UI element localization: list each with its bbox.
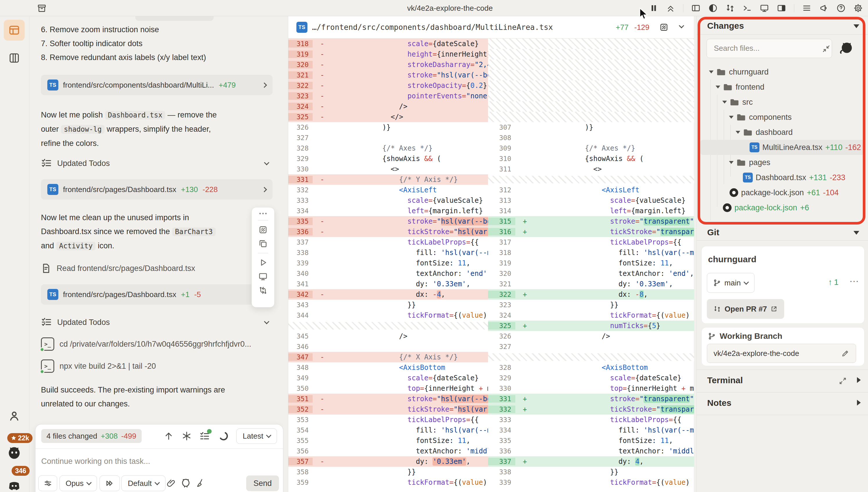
todo-list-button[interactable] (198, 429, 211, 442)
terminal-button[interactable] (743, 3, 752, 13)
caret-down-icon[interactable] (735, 131, 740, 134)
tree-item-folder[interactable]: frontend (701, 79, 865, 95)
archive-button[interactable] (37, 4, 46, 13)
search-input[interactable] (713, 39, 815, 57)
minimize-icon[interactable] (822, 44, 830, 53)
github-cat-button[interactable] (839, 40, 855, 56)
more-options-button[interactable] (258, 212, 268, 216)
tree-item-file[interactable]: TSMultiLineArea.tsx+110-162 (701, 140, 865, 155)
file-chip[interactable]: TS frontend/src/pages/Dashboard.tsx +1 -… (41, 284, 273, 304)
model-dropdown[interactable]: Opus (60, 475, 97, 491)
caret-down-icon[interactable] (709, 71, 713, 73)
git-swap-button[interactable] (725, 3, 735, 13)
message-input[interactable]: Continue working on this task... (41, 457, 276, 466)
line-number: 324 (488, 312, 515, 319)
more-button[interactable]: … (849, 273, 860, 284)
diff-code-row: 307)} (488, 122, 694, 132)
diff-code-row: 329{showAxis && ( (288, 153, 488, 164)
branch-name-input[interactable]: vk/4e2a-explore-the-code (707, 344, 856, 363)
layout-right-button[interactable] (777, 3, 786, 13)
change-marker: - (313, 228, 332, 236)
chevron-right-icon[interactable] (857, 400, 861, 405)
inline-code: Activity (56, 242, 96, 250)
updated-todos-row[interactable]: Updated Todos (41, 157, 273, 170)
expand-icon[interactable] (838, 376, 847, 385)
menu-button[interactable] (802, 3, 812, 13)
fast-forward-button[interactable] (99, 475, 120, 491)
diff-view-button[interactable] (258, 225, 268, 235)
file-chip[interactable]: TS frontend/src/components/dashboard/Mul… (41, 75, 273, 95)
latest-dropdown[interactable]: Latest (236, 428, 277, 444)
announce-button[interactable] (819, 3, 828, 13)
profile-button[interactable] (4, 405, 25, 426)
tree-item-folder[interactable]: components (701, 110, 865, 125)
cleanup-button[interactable] (194, 476, 207, 489)
caret-down-icon[interactable] (722, 101, 727, 103)
file-chip[interactable]: TS frontend/src/pages/Dashboard.tsx +130… (41, 179, 273, 200)
diff-code-row: 312<AxisLeft (488, 185, 694, 195)
workspace-tab-active[interactable] (4, 20, 25, 41)
notes-section-toggle[interactable]: Notes (707, 398, 731, 408)
board-tab[interactable] (4, 48, 25, 69)
collapse-triangle-icon[interactable] (853, 24, 859, 28)
mode-dropdown[interactable]: Default (121, 475, 165, 491)
open-pr-button[interactable]: Open PR #7 (707, 299, 784, 319)
tree-item-folder[interactable]: pages (701, 155, 865, 170)
collapse-diff-button[interactable] (679, 23, 684, 28)
tree-item-file[interactable]: package-lock.json+61-104 (701, 185, 865, 200)
tree-item-file[interactable]: TSDashboard.tsx+131-233 (701, 170, 865, 185)
git-compare-button[interactable] (258, 286, 268, 295)
branch-dropdown[interactable]: main (707, 273, 754, 293)
files-changed-chip[interactable]: 4 files changed +308 -499 (41, 429, 142, 443)
diff-hatch-row (488, 39, 694, 49)
discord-button[interactable] (4, 476, 25, 492)
attach-button[interactable] (165, 476, 178, 489)
window-title: vk/4e2a-explore-the-code (407, 4, 493, 13)
preview-button[interactable] (258, 272, 268, 281)
terminal-prompt-icon: >_ (41, 337, 54, 351)
send-button[interactable]: Send (246, 475, 279, 491)
display-button[interactable] (760, 3, 769, 13)
scroll-to-top-button[interactable] (162, 429, 175, 442)
chevron-right-icon[interactable] (857, 377, 861, 383)
github-button[interactable] (4, 443, 25, 464)
settings-button[interactable] (853, 3, 863, 13)
updated-todos-row[interactable]: Updated Todos (41, 316, 273, 329)
change-marker: - (313, 113, 332, 121)
edit-branch-button[interactable] (841, 349, 849, 358)
collapse-up-button[interactable] (666, 3, 675, 13)
pause-button[interactable] (650, 4, 658, 13)
layout-left-button[interactable] (691, 3, 701, 13)
copy-button[interactable] (258, 239, 268, 248)
caret-down-icon[interactable] (729, 161, 733, 164)
terminal-section-toggle[interactable]: Terminal (707, 375, 743, 385)
status-dot (40, 369, 44, 374)
tree-item-file[interactable]: package-lock.json+6 (701, 200, 865, 215)
collapse-triangle-icon[interactable] (853, 231, 859, 235)
filters-button[interactable] (38, 475, 57, 491)
line-number: 338 (288, 249, 313, 256)
terminal-command-row[interactable]: >_ cd /private/var/folders/10/h7w0q46556… (41, 337, 273, 351)
caret-down-icon[interactable] (729, 116, 733, 119)
clipped-message-row (41, 16, 273, 22)
run-button[interactable] (258, 258, 268, 267)
caret-down-icon[interactable] (715, 85, 720, 89)
git-section-header[interactable]: Git (707, 227, 719, 237)
tree-item-folder[interactable]: src (701, 95, 865, 110)
terminal-command-row[interactable]: >_ npx vite build 2>&1 | tail -20 (41, 360, 273, 373)
board-columns-icon (9, 52, 20, 64)
branch-icon (713, 279, 721, 287)
removed-count: -233 (830, 173, 845, 182)
diff-code-row: 358}} (288, 467, 488, 477)
help-button[interactable] (836, 3, 846, 13)
code-line: }} (535, 301, 694, 309)
read-file-row[interactable]: Read frontend/src/pages/Dashboard.tsx (41, 262, 273, 275)
changes-section-header[interactable]: Changes (707, 21, 744, 31)
tree-item-folder[interactable]: dashboard (701, 125, 865, 140)
contrast-button[interactable] (708, 3, 718, 13)
spark-button[interactable] (180, 429, 193, 442)
line-number: 343 (288, 301, 313, 309)
change-view-button[interactable] (659, 23, 668, 32)
tree-item-folder[interactable]: churnguard (701, 65, 865, 79)
github-context-button[interactable] (180, 476, 192, 489)
